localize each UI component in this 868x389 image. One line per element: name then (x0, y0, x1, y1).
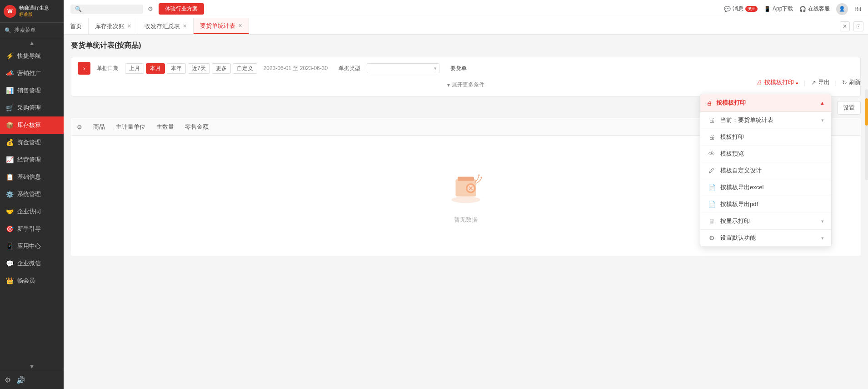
sidebar-scroll-up[interactable]: ▲ (0, 38, 64, 47)
tab-inventory-batch[interactable]: 库存批次账 ✕ (89, 18, 138, 34)
user-avatar[interactable]: 👤 (836, 3, 848, 15)
print-default-section[interactable]: ⚙ 设置默认功能 ▾ (700, 230, 831, 247)
topbar-right: 💬 消息 99+ 📱 App下载 🎧 在线客服 👤 Rit (724, 3, 861, 15)
export-btn[interactable]: ↗ 导出 (811, 78, 830, 86)
sidebar-item-app-center[interactable]: 📱 应用中心 (0, 237, 64, 255)
date-filter-label: 单据日期 (97, 65, 119, 72)
export-icon: ↗ (811, 79, 816, 86)
default-function-icon: ⚙ (708, 234, 716, 242)
app-download-label: App下载 (773, 5, 793, 13)
avatar-initial: 👤 (839, 6, 845, 12)
promo-button[interactable]: 体验行业方案 (159, 3, 204, 15)
new-guide-icon: 🎯 (5, 225, 14, 232)
sidebar-item-inventory[interactable]: 📦 库存核算 (0, 116, 64, 134)
print-template-print[interactable]: 🖨 模板打印 (700, 129, 831, 146)
sidebar-item-basic-info[interactable]: 📋 基础信息 (0, 168, 64, 186)
refresh-btn[interactable]: ↻ 刷新 (842, 78, 861, 86)
app-center-icon: 📱 (5, 242, 14, 250)
print-dropdown-header[interactable]: 🖨 按模板打印 ▲ (700, 94, 831, 112)
table-settings-icon[interactable]: ⚙ (77, 124, 82, 131)
topbar-gear-icon[interactable]: ⚙ (148, 5, 153, 12)
export-pdf-label: 按模板导出pdf (720, 200, 824, 208)
chevron-right-icon: › (83, 65, 85, 72)
date-btn-more[interactable]: 更多 (212, 63, 231, 74)
username-label: Rit (854, 6, 861, 12)
topbar-search[interactable]: 🔍 (70, 5, 143, 14)
purchase-icon: 🛒 (5, 104, 14, 111)
sidebar-item-purchase[interactable]: 🛒 采购管理 (0, 99, 64, 116)
sidebar-search[interactable]: 🔍 搜索菜单 (0, 23, 64, 38)
date-btn-this-month[interactable]: 本月 (146, 63, 165, 74)
template-custom-icon: 🖊 (708, 167, 716, 174)
tab-receivable-summary-close[interactable]: ✕ (183, 23, 187, 29)
printer-icon: 🖨 (757, 79, 763, 86)
expand-label: 展开更多条件 (452, 81, 484, 89)
tab-order-stats-label: 要货单统计表 (200, 22, 235, 30)
tab-inventory-batch-close[interactable]: ✕ (127, 23, 131, 29)
print-template-preview[interactable]: 👁 模板预览 (700, 146, 831, 162)
order-type-label: 要货单 (450, 65, 467, 72)
display-print-icon: 🖥 (708, 217, 716, 225)
app-edition: 标准版 (19, 11, 49, 18)
print-export-excel[interactable]: 📄 按模板导出excel (700, 179, 831, 196)
messages-badge: 99+ (745, 6, 758, 12)
quick-nav-icon: ⚡ (5, 52, 14, 60)
vip-label: 畅会员 (17, 277, 35, 285)
sidebar-item-quick-nav[interactable]: ⚡ 快捷导航 (0, 47, 64, 65)
new-guide-label: 新手引导 (17, 225, 41, 233)
online-service-item[interactable]: 🎧 在线客服 (799, 5, 830, 13)
sidebar-item-enterprise-wechat[interactable]: 💬 企业微信 (0, 255, 64, 272)
basic-info-icon: 📋 (5, 173, 14, 181)
operations-label: 经营管理 (17, 156, 41, 164)
print-template-btn[interactable]: 🖨 按模板打印 ▴ (757, 78, 798, 86)
type-select[interactable] (367, 63, 439, 73)
settings-button[interactable]: 设置 (837, 101, 861, 115)
tab-order-stats-close[interactable]: ✕ (238, 23, 242, 29)
print-dropdown-collapse-icon[interactable]: ▲ (820, 100, 825, 106)
print-current-template[interactable]: 🖨 当前：要货单统计表 ▾ (700, 112, 831, 129)
svg-point-7 (480, 177, 482, 179)
col-retail-amount: 零售金额 (180, 119, 214, 136)
settings-bottom-icon[interactable]: ⚙ (5, 376, 11, 384)
print-export-pdf[interactable]: 📄 按模板导出pdf (700, 196, 831, 213)
sidebar-item-operations[interactable]: 📈 经营管理 (0, 151, 64, 168)
sidebar-item-marketing[interactable]: 📣 营销推广 (0, 65, 64, 82)
sidebar-item-sales[interactable]: 📊 销售管理 (0, 82, 64, 99)
col-settings[interactable]: ⚙ (71, 119, 88, 136)
filter-expand-btn[interactable]: ▾ 展开更多条件 (78, 78, 854, 91)
sidebar-item-finance[interactable]: 💰 资金管理 (0, 134, 64, 151)
col-quantity: 主数量 (151, 119, 180, 136)
date-btn-7days[interactable]: 近7天 (188, 63, 210, 74)
sidebar-item-vip[interactable]: 👑 畅会员 (0, 272, 64, 289)
main-content: 🔍 ⚙ 体验行业方案 💬 消息 99+ 📱 App下载 🎧 在线客服 👤 Rit (64, 0, 868, 389)
date-btn-prev-month[interactable]: 上月 (125, 63, 144, 74)
tab-order-stats[interactable]: 要货单统计表 ✕ (194, 18, 249, 34)
sidebar-item-enterprise[interactable]: 🤝 企业协同 (0, 203, 64, 220)
date-btn-this-year[interactable]: 本年 (167, 63, 186, 74)
right-scrollbar[interactable] (865, 89, 868, 180)
sidebar-item-new-guide[interactable]: 🎯 新手引导 (0, 220, 64, 237)
tab-receivable-summary[interactable]: 收发存汇总表 ✕ (138, 18, 194, 34)
tab-home[interactable]: 首页 (64, 18, 89, 34)
tab-expand-btn[interactable]: ⊡ (853, 21, 863, 31)
date-btn-custom[interactable]: 自定义 (233, 63, 257, 74)
sidebar-nav: ⚡ 快捷导航 📣 营销推广 📊 销售管理 🛒 采购管理 📦 库存核算 💰 资金管… (0, 47, 64, 362)
messages-label: 消息 (733, 5, 743, 13)
tabs-bar: 首页 库存批次账 ✕ 收发存汇总表 ✕ 要货单统计表 ✕ ✕ ⊡ (64, 18, 868, 35)
print-display-section[interactable]: 🖥 按显示打印 ▾ (700, 213, 831, 230)
print-template-custom[interactable]: 🖊 模板自定义设计 (700, 162, 831, 179)
print-dropdown-header-label: 按模板打印 (716, 99, 820, 107)
tab-close-window-btn[interactable]: ✕ (840, 21, 850, 31)
sound-bottom-icon[interactable]: 🔊 (16, 376, 25, 384)
app-download-item[interactable]: 📱 App下载 (764, 5, 793, 13)
filter-expand-icon[interactable]: › (78, 62, 90, 75)
type-select-wrap (367, 63, 439, 73)
filter-bar: › 单据日期 上月 本月 本年 近7天 更多 自定义 2023-06-01 至 … (71, 57, 861, 96)
default-function-label: 设置默认功能 (720, 234, 821, 242)
sidebar-item-system[interactable]: ⚙️ 系统管理 (0, 186, 64, 203)
svg-point-0 (452, 197, 480, 203)
sidebar-scroll-down[interactable]: ▼ (0, 362, 64, 371)
default-function-arrow: ▾ (821, 235, 824, 241)
type-filter-label: 单据类型 (339, 65, 360, 72)
messages-item[interactable]: 💬 消息 99+ (724, 5, 758, 13)
